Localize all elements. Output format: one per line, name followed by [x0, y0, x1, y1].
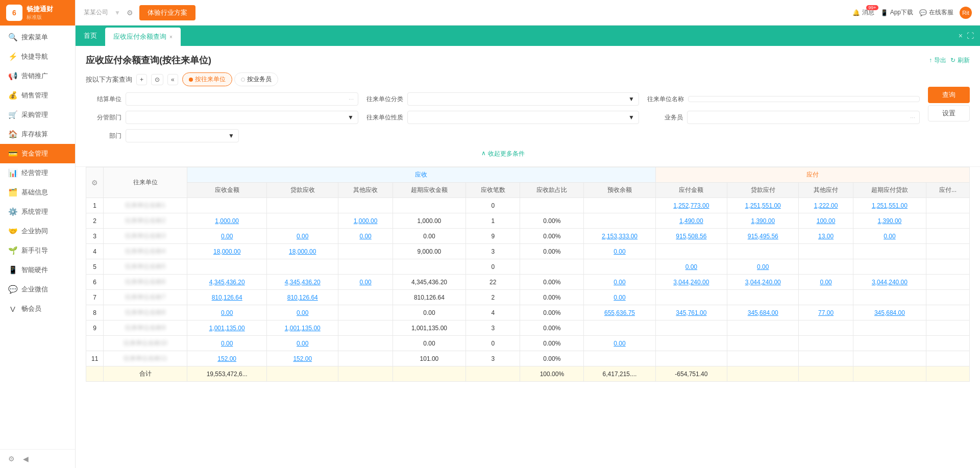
- sidebar-item-hardware[interactable]: 📱智能硬件: [0, 260, 75, 280]
- table-cell[interactable]: 345,761.00: [655, 305, 727, 321]
- table-row: 11往来单位名称11152.00152.00101.0030.00%: [86, 351, 970, 366]
- filter-salesman: 业务员 ···: [647, 111, 920, 124]
- notification-button[interactable]: 🔔 消息 99+: [852, 8, 874, 17]
- query-button[interactable]: 查询: [928, 87, 970, 103]
- table-cell[interactable]: 0.00: [727, 259, 799, 275]
- table-cell[interactable]: 13.00: [799, 229, 853, 244]
- table-cell[interactable]: 1,390.00: [727, 213, 799, 229]
- table-cell[interactable]: 915,495.56: [727, 229, 799, 244]
- table-cell[interactable]: 18,000.00: [187, 244, 267, 259]
- table-cell[interactable]: 1,251,551.00: [853, 198, 926, 213]
- sidebar-item-capital[interactable]: 💳资金管理: [0, 144, 75, 163]
- table-cell[interactable]: 1,222.00: [799, 198, 853, 213]
- table-cell[interactable]: 100.00: [799, 213, 853, 229]
- sidebar-item-system[interactable]: ⚙️系统管理: [0, 202, 75, 221]
- table-cell[interactable]: 0.00: [584, 336, 655, 351]
- filter-partner-name-input[interactable]: [688, 96, 920, 102]
- table-cell[interactable]: 810,126.64: [267, 290, 338, 305]
- table-cell[interactable]: 345,684.00: [853, 305, 926, 321]
- table-cell[interactable]: 2,153,333.00: [584, 229, 655, 244]
- table-cell[interactable]: 3,044,240.00: [727, 275, 799, 290]
- table-cell[interactable]: 0.00: [584, 275, 655, 290]
- filter-collapse-row[interactable]: ∧ 收起更多条件: [86, 147, 920, 160]
- table-cell[interactable]: 810,126.64: [187, 290, 267, 305]
- sidebar-item-vip[interactable]: V畅会员: [0, 299, 75, 318]
- table-cell[interactable]: 3,044,240.00: [655, 275, 727, 290]
- table-cell[interactable]: 655,636.75: [584, 305, 655, 321]
- filter-sub-dept-select[interactable]: ▼: [126, 129, 239, 142]
- tab-ar-balance[interactable]: 应收应付余额查询 ×: [105, 28, 181, 46]
- sidebar-item-enterprise[interactable]: 🤝企业协同: [0, 221, 75, 241]
- table-cell[interactable]: 1,390.00: [853, 213, 926, 229]
- col-ar-prepay: 预收余额: [584, 183, 655, 198]
- tab-close-icon[interactable]: ×: [169, 34, 173, 40]
- export-button[interactable]: ↑ 导出: [929, 56, 946, 65]
- table-cell[interactable]: 0.00: [584, 244, 655, 259]
- table-cell[interactable]: 0.00: [187, 305, 267, 321]
- sidebar-item-operations[interactable]: 📊经营管理: [0, 163, 75, 183]
- table-cell[interactable]: 152.00: [187, 351, 267, 366]
- refresh-button[interactable]: ↻ 刷新: [950, 56, 970, 65]
- app-download-button[interactable]: 📱 App下载: [880, 8, 913, 17]
- table-cell[interactable]: 0.00: [338, 229, 393, 244]
- group-by-salesman-button[interactable]: 按业务员: [234, 72, 278, 86]
- table-cell[interactable]: 0.00: [187, 336, 267, 351]
- filter-collapse-button[interactable]: «: [167, 74, 178, 85]
- table-cell[interactable]: 4,345,436.20: [267, 275, 338, 290]
- table-cell[interactable]: 0.00: [338, 275, 393, 290]
- sidebar-item-sales[interactable]: 💰销售管理: [0, 86, 75, 105]
- sidebar-item-basic[interactable]: 🗂️基础信息: [0, 183, 75, 202]
- table-cell[interactable]: 1,001,135.00: [187, 321, 267, 336]
- table-cell[interactable]: 0.00: [584, 290, 655, 305]
- user-avatar[interactable]: Rit: [960, 7, 972, 19]
- table-cell[interactable]: 915,508.56: [655, 229, 727, 244]
- gear-icon[interactable]: ⚙: [127, 9, 133, 17]
- table-cell: [799, 290, 853, 305]
- sidebar-item-search-menu[interactable]: 🔍搜索菜单: [0, 28, 75, 47]
- table-cell[interactable]: 18,000.00: [267, 244, 338, 259]
- table-cell[interactable]: 0.00: [655, 259, 727, 275]
- table-cell[interactable]: 0.00: [853, 229, 926, 244]
- table-cell[interactable]: 1,000.00: [338, 213, 393, 229]
- table-cell[interactable]: 3,044,240.00: [853, 275, 926, 290]
- collapse-footer-icon[interactable]: ◀: [23, 455, 29, 463]
- online-service-button[interactable]: 💬 在线客服: [919, 8, 953, 17]
- tab-close-window-icon[interactable]: ×: [959, 32, 963, 40]
- filter-settlement-input[interactable]: ···: [126, 92, 358, 106]
- filter-dept-select[interactable]: ▼: [126, 111, 358, 124]
- table-cell[interactable]: 0.00: [187, 229, 267, 244]
- table-cell[interactable]: 345,684.00: [727, 305, 799, 321]
- table-cell[interactable]: 0.00: [799, 275, 853, 290]
- filter-nature-select[interactable]: ▼: [407, 111, 639, 124]
- group-by-partner-button[interactable]: 按往来单位: [182, 72, 232, 86]
- table-cell[interactable]: 1,001,135.00: [267, 321, 338, 336]
- filter-salesman-input[interactable]: ···: [687, 111, 920, 124]
- settings-footer-icon[interactable]: ⚙: [8, 455, 15, 463]
- filter-partner-nature: 往来单位性质 ▼: [366, 111, 639, 124]
- table-cell[interactable]: 77.00: [799, 305, 853, 321]
- table-cell[interactable]: 4,345,436.20: [187, 275, 267, 290]
- sidebar-item-wechat[interactable]: 💬企业微信: [0, 280, 75, 299]
- table-cell[interactable]: 0.00: [267, 305, 338, 321]
- sidebar-item-beginner[interactable]: 🌱新手引导: [0, 241, 75, 260]
- filter-add-button[interactable]: +: [136, 74, 147, 85]
- sidebar-item-quick-nav[interactable]: ⚡快捷导航: [0, 47, 75, 66]
- setting-button[interactable]: 设置: [928, 105, 970, 121]
- table-settings-icon[interactable]: ⚙: [91, 179, 98, 187]
- table-cell[interactable]: 1,490.00: [655, 213, 727, 229]
- filter-partner-cat-select[interactable]: ▼: [407, 92, 639, 106]
- tab-home[interactable]: 首页: [76, 26, 105, 46]
- filter-edit-button[interactable]: ⊙: [151, 74, 163, 85]
- solution-button[interactable]: 体验行业方案: [139, 5, 195, 20]
- table-cell[interactable]: 1,252,773.00: [655, 198, 727, 213]
- sidebar-item-inventory[interactable]: 🏠库存核算: [0, 125, 75, 144]
- table-cell[interactable]: 152.00: [267, 351, 338, 366]
- table-cell[interactable]: 1,000.00: [187, 213, 267, 229]
- table-cell[interactable]: 0.00: [267, 336, 338, 351]
- sidebar-item-marketing[interactable]: 📢营销推广: [0, 66, 75, 86]
- tab-fullscreen-icon[interactable]: ⛶: [967, 32, 974, 40]
- table-cell[interactable]: 0.00: [267, 229, 338, 244]
- table-settings-col[interactable]: ⚙: [86, 167, 104, 198]
- sidebar-item-purchase[interactable]: 🛒采购管理: [0, 105, 75, 125]
- table-cell[interactable]: 1,251,551.00: [727, 198, 799, 213]
